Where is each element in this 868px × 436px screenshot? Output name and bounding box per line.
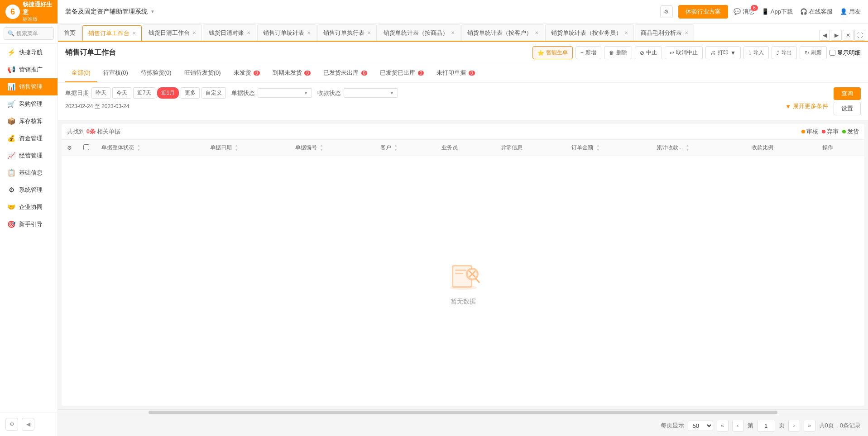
tab-close-icon[interactable]: ✕ xyxy=(685,30,688,35)
date-btn-more[interactable]: 更多 xyxy=(181,87,200,99)
date-btn-7days[interactable]: 近7天 xyxy=(133,87,155,99)
message-button[interactable]: 💬 消息 6 xyxy=(734,8,754,16)
table-container: 共找到 0条 相关单据 审核 弃审 发货 xyxy=(62,124,864,406)
stop-label: 中止 xyxy=(646,49,657,57)
filter-tab-expired[interactable]: 到期未发货 0 xyxy=(266,64,317,82)
page-prev-button[interactable]: ‹ xyxy=(732,420,744,431)
filter-tab-all[interactable]: 全部(0) xyxy=(65,64,97,82)
print-button[interactable]: 🖨 打印 ▼ xyxy=(705,46,741,59)
tab-close-icon[interactable]: ✕ xyxy=(451,30,455,35)
add-button[interactable]: + 新增 xyxy=(575,46,601,59)
sidebar-item-operation[interactable]: 📈 经营管理 xyxy=(0,147,58,164)
search-menu-button[interactable]: 🔍 搜索菜单 xyxy=(4,27,54,40)
filter-tab-wangpu[interactable]: 旺铺待发货(0) xyxy=(178,64,227,82)
tab-home[interactable]: 首页 xyxy=(58,24,82,41)
payment-select[interactable]: ▼ xyxy=(344,88,398,98)
tab-close-icon[interactable]: ✕ xyxy=(307,30,311,35)
stop-button[interactable]: ⊘ 中止 xyxy=(635,46,662,59)
date-btn-custom[interactable]: 自定义 xyxy=(201,87,226,99)
refresh-button[interactable]: ↻ 刷新 xyxy=(800,46,827,59)
settings-gear-button[interactable]: ⚙ xyxy=(660,5,673,18)
page-next-button[interactable]: › xyxy=(788,420,800,431)
empty-text: 暂无数据 xyxy=(451,298,476,306)
filter-tab-shipped-out[interactable]: 已发货已出库 0 xyxy=(374,64,430,82)
date-btn-today[interactable]: 今天 xyxy=(112,87,131,99)
online-service-button[interactable]: 🎧 在线客服 xyxy=(800,8,833,16)
review-op-button[interactable]: 审核 xyxy=(801,128,818,136)
tab-sales-customer[interactable]: 销货单统计表（按客户） ✕ xyxy=(461,24,544,41)
set-button[interactable]: 设置 xyxy=(834,102,861,115)
import-button[interactable]: ⤵ 导入 xyxy=(743,46,769,59)
sidebar-item-inventory[interactable]: 📦 库存核算 xyxy=(0,113,58,130)
tab-close-icon[interactable]: ✕ xyxy=(624,30,628,35)
date-btn-1month[interactable]: 近1月 xyxy=(157,87,179,99)
show-detail-label[interactable]: 显示明细 xyxy=(830,49,861,57)
app-icon: 📱 xyxy=(762,8,769,15)
tab-close-icon[interactable]: ✕ xyxy=(192,30,196,35)
sidebar-item-quick-nav[interactable]: ⚡ 快捷导航 xyxy=(0,44,58,61)
tab-label: 钱货日清对账 xyxy=(209,29,244,37)
sidebar-item-enterprise[interactable]: 🤝 企业协同 xyxy=(0,199,58,216)
page-first-button[interactable]: « xyxy=(717,420,729,431)
tab-close-icon[interactable]: ✕ xyxy=(247,30,250,35)
smart-generate-button[interactable]: ⭐ 智能生单 xyxy=(532,46,573,59)
filter-tab-not-printed[interactable]: 未打印单据 0 xyxy=(430,64,481,82)
settings-button[interactable]: ⚙ xyxy=(5,418,18,431)
user-button[interactable]: 👤 用友 xyxy=(840,8,861,16)
cancel-stop-button[interactable]: ↩ 取消中止 xyxy=(665,46,703,59)
tab-close-icon[interactable]: ✕ xyxy=(132,31,136,36)
tab-cash-reconcile[interactable]: 钱货日清对账 ✕ xyxy=(203,24,256,41)
sidebar-item-label: 快捷导航 xyxy=(19,48,43,57)
filter-tab-shipped-not-out[interactable]: 已发货未出库 0 xyxy=(317,64,374,82)
page-last-button[interactable]: » xyxy=(804,420,815,431)
svg-rect-3 xyxy=(455,270,466,271)
tab-sales-detail[interactable]: 销售订单执行表 ✕ xyxy=(317,24,377,41)
sidebar-item-purchase[interactable]: 🛒 采购管理 xyxy=(0,95,58,113)
page-number-input[interactable] xyxy=(757,420,775,431)
th-payment-ratio: 收款比例 xyxy=(746,140,817,156)
sidebar-item-sales[interactable]: 📊 销售管理 xyxy=(0,78,58,95)
scrollbar-thumb[interactable] xyxy=(149,411,777,414)
column-settings-icon[interactable]: ⚙ xyxy=(67,145,72,151)
tab-product-profit[interactable]: 商品毛利分析表 ✕ xyxy=(635,24,694,41)
tab-close-all-button[interactable]: ✕ xyxy=(843,30,854,41)
tab-sales-order-workbench[interactable]: 销售订单工作台 ✕ xyxy=(82,25,142,42)
tab-sales-product[interactable]: 销货单统计表（按商品） ✕ xyxy=(378,24,460,41)
trial-button[interactable]: 体验行业方案 xyxy=(678,5,728,19)
sidebar-item-marketing[interactable]: 📢 营销推广 xyxy=(0,61,58,78)
cancel-review-op-button[interactable]: 弃审 xyxy=(822,128,839,136)
sidebar-item-guide[interactable]: 🎯 新手引导 xyxy=(0,216,58,233)
sidebar-item-system[interactable]: ⚙ 系统管理 xyxy=(0,181,58,199)
sidebar-item-finance[interactable]: 💰 资金管理 xyxy=(0,130,58,147)
tab-scroll-left-button[interactable]: ◀ xyxy=(819,30,830,41)
expand-filters-button[interactable]: ▼ 展开更多条件 xyxy=(785,102,828,110)
export-button[interactable]: ⤴ 导出 xyxy=(772,46,797,59)
sidebar-item-basic-info[interactable]: 📋 基础信息 xyxy=(0,164,58,181)
filter-tab-pending-review[interactable]: 待审核(0) xyxy=(97,64,134,82)
select-all-checkbox[interactable] xyxy=(83,144,89,150)
tab-cash-daily[interactable]: 钱货日清工作台 ✕ xyxy=(143,24,202,41)
page-size-select[interactable]: 10 20 50 100 xyxy=(688,421,713,431)
query-button[interactable]: 查询 xyxy=(834,87,861,100)
tab-sales-stats[interactable]: 销售订单统计表 ✕ xyxy=(257,24,317,41)
date-btn-yesterday[interactable]: 昨天 xyxy=(91,87,110,99)
tab-sales-employee[interactable]: 销货单统计表（按业务员） ✕ xyxy=(545,24,634,41)
show-detail-checkbox[interactable] xyxy=(830,50,835,56)
svg-line-9 xyxy=(476,279,479,282)
th-doc-number: 单据编号 ▲▼ xyxy=(290,140,375,156)
app-download-button[interactable]: 📱 App下载 xyxy=(762,8,793,16)
ship-op-button[interactable]: 发货 xyxy=(842,128,859,136)
tab-close-icon[interactable]: ✕ xyxy=(535,30,538,35)
sidebar: 6 畅捷通好生意 标准版 🔍 搜索菜单 ⚡ 快捷导航 📢 营销推广 📊 销售管理… xyxy=(0,0,58,436)
filter-tab-not-shipped[interactable]: 未发货 0 xyxy=(227,64,266,82)
delete-button[interactable]: 🗑 删除 xyxy=(604,46,632,59)
tab-scroll-right-button[interactable]: ▶ xyxy=(831,30,842,41)
refresh-icon: ↻ xyxy=(805,50,809,56)
tab-expand-button[interactable]: ⛶ xyxy=(854,30,865,41)
tab-close-icon[interactable]: ✕ xyxy=(367,30,371,35)
collapse-button[interactable]: ◀ xyxy=(22,418,34,431)
filter-tab-pending-check[interactable]: 待拣验货(0) xyxy=(134,64,178,82)
horizontal-scrollbar[interactable] xyxy=(58,409,868,415)
page-title: 销售订单工作台 xyxy=(65,48,116,57)
status-select[interactable]: ▼ xyxy=(258,88,312,98)
